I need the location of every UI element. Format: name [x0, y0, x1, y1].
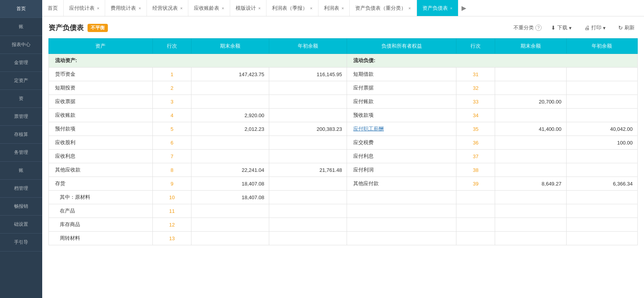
left-end-balance[interactable]	[191, 232, 269, 245]
left-item[interactable]: 存货	[49, 177, 153, 191]
tab-receivable-aging[interactable]: 应收账龄表 ×	[188, 0, 230, 16]
sidebar-item-reports[interactable]: 报表中心	[0, 36, 42, 54]
left-start-balance[interactable]	[269, 150, 347, 163]
left-start-balance[interactable]: 21,761.48	[269, 163, 347, 177]
tab-home[interactable]: 首页	[42, 0, 64, 16]
left-item-sub[interactable]: 其中：原材料	[49, 191, 153, 204]
sidebar-item-business[interactable]: 务管理	[0, 144, 42, 162]
left-item[interactable]: 应收股利	[49, 136, 153, 150]
left-item-sub[interactable]: 周转材料	[49, 232, 153, 245]
right-end-balance[interactable]	[495, 68, 566, 81]
right-start-balance[interactable]	[566, 68, 637, 81]
left-item[interactable]: 应收账款	[49, 109, 153, 122]
left-end-balance[interactable]: 18,407.08	[191, 177, 269, 191]
right-start-balance[interactable]	[566, 163, 637, 177]
tab-balance-reclassified-close[interactable]: ×	[408, 6, 411, 11]
right-start-balance[interactable]	[566, 95, 637, 109]
left-end-balance[interactable]	[191, 136, 269, 150]
right-end-balance[interactable]	[495, 163, 566, 177]
left-start-balance[interactable]	[269, 232, 347, 245]
left-end-balance[interactable]: 2,012.23	[191, 122, 269, 136]
left-start-balance[interactable]	[269, 204, 347, 218]
left-end-balance[interactable]: 2,920.00	[191, 109, 269, 122]
right-item[interactable]: 应付利润	[347, 163, 456, 177]
left-end-balance[interactable]	[191, 218, 269, 232]
tab-template-design-close[interactable]: ×	[258, 6, 261, 11]
right-end-balance[interactable]: 20,700.00	[495, 95, 566, 109]
left-item[interactable]: 短期投资	[49, 81, 153, 95]
sidebar-item-capital[interactable]: 资	[0, 90, 42, 108]
right-item[interactable]: 短期借款	[347, 68, 456, 81]
right-end-balance[interactable]: 41,400.00	[495, 122, 566, 136]
sidebar-item-finance[interactable]: 金管理	[0, 54, 42, 72]
left-end-balance[interactable]	[191, 150, 269, 163]
left-end-balance[interactable]	[191, 95, 269, 109]
tab-profit-quarterly-close[interactable]: ×	[310, 6, 312, 11]
left-start-balance[interactable]	[269, 177, 347, 191]
tab-operations[interactable]: 经营状况表 ×	[147, 0, 188, 16]
sidebar-item-archive[interactable]: 档管理	[0, 180, 42, 198]
right-start-balance[interactable]	[566, 150, 637, 163]
left-item[interactable]: 应收票据	[49, 95, 153, 109]
right-end-balance[interactable]: 8,649.27	[495, 177, 566, 191]
sidebar-item-expense[interactable]: 畅报销	[0, 198, 42, 216]
tab-receivable-aging-close[interactable]: ×	[222, 6, 224, 11]
tab-balance-reclassified[interactable]: 资产负债表（重分类） ×	[350, 0, 417, 16]
right-start-balance[interactable]: 100.00	[566, 136, 637, 150]
right-item[interactable]: 应付账款	[347, 95, 456, 109]
left-end-balance[interactable]	[191, 81, 269, 95]
left-end-balance[interactable]: 18,407.08	[191, 191, 269, 204]
left-start-balance[interactable]: 116,145.95	[269, 68, 347, 81]
right-end-balance[interactable]	[495, 81, 566, 95]
right-start-balance[interactable]	[566, 81, 637, 95]
sidebar-item-fixed-assets[interactable]: 定资产	[0, 72, 42, 90]
refresh-button[interactable]: ↻ 刷新	[615, 23, 638, 33]
left-end-balance[interactable]: 147,423.75	[191, 68, 269, 81]
left-end-balance[interactable]	[191, 204, 269, 218]
left-start-balance[interactable]	[269, 109, 347, 122]
left-item[interactable]: 其他应收款	[49, 163, 153, 177]
left-item[interactable]: 货币资金	[49, 68, 153, 81]
right-start-balance[interactable]: 6,366.34	[566, 177, 637, 191]
left-item[interactable]: 应收利息	[49, 150, 153, 163]
right-end-balance[interactable]	[495, 150, 566, 163]
tab-template-design[interactable]: 模版设计 ×	[230, 0, 267, 16]
left-item[interactable]: 预付款项	[49, 122, 153, 136]
print-button[interactable]: 🖨 打印 ▾	[581, 23, 609, 33]
sidebar-item-guide[interactable]: 手引导	[0, 234, 42, 252]
tab-payable-stats[interactable]: 应付统计表 ×	[64, 0, 105, 16]
right-start-balance[interactable]: 40,042.00	[566, 122, 637, 136]
left-start-balance[interactable]: 200,383.23	[269, 122, 347, 136]
sidebar-item-accounts[interactable]: 账	[0, 18, 42, 36]
right-item[interactable]: 应交税费	[347, 136, 456, 150]
tab-profit-quarterly[interactable]: 利润表（季报） ×	[267, 0, 318, 16]
left-item-sub[interactable]: 在产品	[49, 204, 153, 218]
right-item[interactable]: 应付票据	[347, 81, 456, 95]
tab-scroll-arrow[interactable]: ▶	[458, 4, 469, 12]
left-start-balance[interactable]	[269, 136, 347, 150]
left-end-balance[interactable]: 22,241.04	[191, 163, 269, 177]
tab-balance-close[interactable]: ×	[450, 6, 453, 11]
left-start-balance[interactable]	[269, 95, 347, 109]
tab-payable-stats-close[interactable]: ×	[97, 6, 99, 11]
left-start-balance[interactable]	[269, 81, 347, 95]
sidebar-item-inventory[interactable]: 存核算	[0, 126, 42, 144]
tab-expense-stats[interactable]: 费用统计表 ×	[105, 0, 147, 16]
right-item[interactable]: 应付利息	[347, 150, 456, 163]
sidebar-item-ledger[interactable]: 账	[0, 162, 42, 180]
tab-expense-stats-close[interactable]: ×	[138, 6, 141, 11]
left-start-balance[interactable]	[269, 191, 347, 204]
sidebar-item-settings[interactable]: 础设置	[0, 216, 42, 234]
tab-operations-close[interactable]: ×	[180, 6, 182, 11]
left-start-balance[interactable]	[269, 218, 347, 232]
no-classify-toggle[interactable]: 不重分类 ?	[513, 24, 542, 31]
right-start-balance[interactable]	[566, 109, 637, 122]
sidebar-item-home[interactable]: 首页	[0, 0, 42, 18]
right-end-balance[interactable]	[495, 109, 566, 122]
tab-profit[interactable]: 利润表 ×	[318, 0, 350, 16]
left-item-sub[interactable]: 库存商品	[49, 218, 153, 232]
tab-profit-close[interactable]: ×	[342, 6, 344, 11]
right-item[interactable]: 应付职工薪酬	[347, 122, 456, 136]
right-item[interactable]: 预收款项	[347, 109, 456, 122]
sidebar-item-tickets[interactable]: 票管理	[0, 108, 42, 126]
